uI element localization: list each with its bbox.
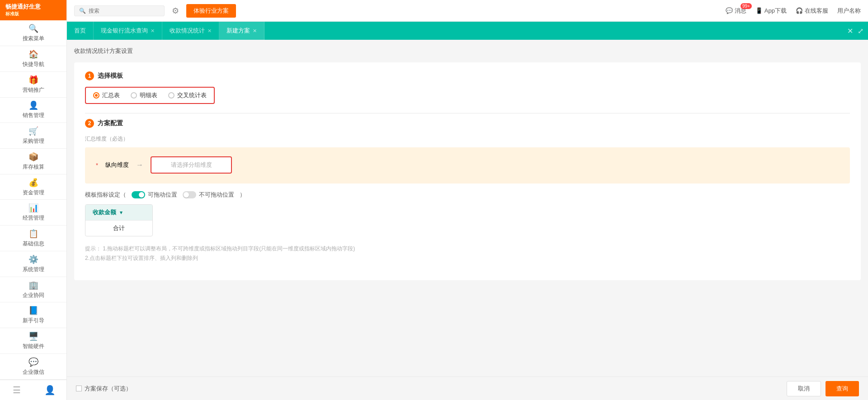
sidebar-item-wechat[interactable]: 💬 企业微信 (0, 354, 66, 380)
search-box[interactable]: 🔍 (74, 5, 165, 16)
page-content: 收款情况统计方案设置 1 选择模板 汇总表 (67, 40, 868, 376)
sidebar-expand-btn[interactable]: ☰ (0, 380, 33, 400)
quick-nav-icon: 🏠 (28, 49, 38, 59)
sidebar-item-hardware[interactable]: 🖥️ 智能硬件 (0, 328, 66, 354)
cancel-button[interactable]: 取消 (787, 381, 821, 396)
metrics-dropdown-arrow[interactable]: ▾ (120, 210, 123, 216)
search-input[interactable] (89, 8, 152, 14)
message-button[interactable]: 💬 消息 99+ (726, 7, 746, 15)
sidebar-item-sales[interactable]: 👤 销售管理 (0, 98, 66, 123)
sidebar-item-label: 系统管理 (23, 266, 44, 273)
tab-bank-flow-close[interactable]: ✕ (151, 28, 155, 34)
radio-cross-btn[interactable] (168, 92, 175, 99)
tab-receipt-stat-close[interactable]: ✕ (208, 28, 212, 34)
app-icon: 📱 (755, 7, 763, 14)
tab-expand-icon[interactable]: ⤢ (858, 27, 863, 35)
dimension-row: * 纵向维度 → 请选择分组维度 (96, 156, 839, 174)
sidebar-item-label: 营销推广 (23, 86, 44, 94)
service-label: 在线客服 (805, 7, 828, 15)
sidebar-user-icon[interactable]: 👤 (33, 380, 67, 400)
trial-button[interactable]: 体验行业方案 (186, 4, 236, 18)
user-info[interactable]: 用户名称 (837, 7, 861, 15)
sidebar-item-system[interactable]: ⚙️ 系统管理 (0, 251, 66, 277)
topbar: 🔍 ⚙ 体验行业方案 💬 消息 99+ 📱 App下载 🎧 在线客服 用户名称 (67, 0, 868, 22)
step1-num: 1 (85, 71, 94, 80)
sidebar-item-inventory[interactable]: 📦 库存核算 (0, 149, 66, 174)
drag-on-inner (139, 192, 144, 198)
tab-bank-flow-label: 现金银行流水查询 (101, 27, 148, 35)
marketing-icon: 🎁 (28, 75, 38, 85)
radio-detail-btn[interactable] (131, 92, 137, 99)
step2-section: 2 方案配置 汇总维度（必选） * 纵向维度 → (85, 119, 850, 262)
drag-off-indicator (183, 191, 196, 198)
metrics-config: 模板指标设定（ 可拖动位置 不可拖 (85, 191, 850, 238)
finance-icon: 💰 (28, 178, 38, 188)
sidebar-item-search-menu[interactable]: 🔍 搜索菜单 (0, 20, 66, 46)
tab-home[interactable]: 首页 (67, 22, 94, 40)
metrics-table: 收款金额 ▾ 合计 (85, 204, 153, 236)
tab-close-all-icon[interactable]: ✕ (847, 27, 853, 35)
hardware-icon: 🖥️ (28, 331, 38, 341)
radio-cross-label: 交叉统计表 (177, 91, 207, 99)
search-menu-icon: 🔍 (28, 24, 38, 33)
message-badge: 99+ (741, 3, 752, 9)
radio-cross[interactable]: 交叉统计表 (168, 91, 207, 99)
sidebar-logo: 畅捷通好生意 标准版 (0, 0, 66, 20)
radio-summary-btn[interactable] (93, 92, 99, 99)
sidebar-item-label: 资金管理 (23, 189, 44, 197)
sidebar-item-marketing[interactable]: 🎁 营销推广 (0, 72, 66, 98)
sidebar-item-finance[interactable]: 💰 资金管理 (0, 174, 66, 200)
system-icon: ⚙️ (28, 254, 38, 264)
sidebar-item-label: 新手引导 (23, 317, 44, 325)
search-icon: 🔍 (79, 8, 86, 14)
sidebar-item-label: 企业协同 (23, 292, 44, 299)
sidebar-item-label: 智能硬件 (23, 343, 44, 350)
dimension-row-label: 纵向维度 (105, 161, 129, 169)
sidebar-bottom: ☰ 👤 (0, 380, 66, 400)
online-service-button[interactable]: 🎧 在线客服 (796, 7, 828, 15)
dimension-label-text: 汇总维度（必选） (85, 136, 128, 142)
sidebar-item-basic-info[interactable]: 📋 基础信息 (0, 226, 66, 251)
tab-new-plan-close[interactable]: ✕ (253, 28, 257, 34)
dimension-select[interactable]: 请选择分组维度 (151, 156, 232, 174)
wechat-icon: 💬 (28, 357, 38, 367)
bottom-actions: 取消 查询 (787, 381, 859, 396)
radio-summary-label: 汇总表 (102, 91, 120, 99)
save-checkbox[interactable] (76, 386, 82, 391)
tip1: 提示： 1.拖动标题栏可以调整布局，不可跨维度或指标区域拖动列目字段(只能在同一… (85, 245, 850, 253)
tab-new-plan[interactable]: 新建方案 ✕ (219, 22, 264, 40)
topbar-right: 💬 消息 99+ 📱 App下载 🎧 在线客服 用户名称 (726, 7, 861, 15)
sidebar-item-guide[interactable]: 📘 新手引导 (0, 302, 66, 328)
tab-new-plan-label: 新建方案 (226, 27, 250, 35)
step1-title: 选择模板 (98, 72, 123, 80)
radio-detail[interactable]: 明细表 (131, 91, 157, 99)
app-download-button[interactable]: 📱 App下载 (755, 7, 787, 15)
breadcrumb: 收款情况统计方案设置 (74, 47, 861, 55)
sales-icon: 👤 (28, 100, 38, 110)
enterprise-icon: 🏢 (28, 280, 38, 290)
query-button[interactable]: 查询 (826, 381, 859, 396)
sidebar-item-label: 销售管理 (23, 112, 44, 119)
dimension-arrow: → (136, 161, 143, 169)
sidebar-item-purchase[interactable]: 🛒 采购管理 (0, 123, 66, 149)
sidebar-item-quick-nav[interactable]: 🏠 快捷导航 (0, 46, 66, 72)
tip2: 2.点击标题栏下拉可设置排序、插入列和删除列 (85, 254, 850, 262)
tab-receipt-stat[interactable]: 收款情况统计 ✕ (162, 22, 219, 40)
radio-summary[interactable]: 汇总表 (93, 91, 120, 99)
drag-on-label: 可拖动位置 (148, 191, 177, 199)
sidebar-item-label: 企业微信 (23, 368, 44, 376)
radio-detail-label: 明细表 (140, 91, 157, 99)
metrics-label-end: ） (240, 191, 245, 199)
settings-icon[interactable]: ⚙ (172, 6, 179, 16)
app-label: App下载 (764, 7, 787, 15)
tabs-actions: ✕ ⤢ (847, 22, 868, 40)
sidebar: 畅捷通好生意 标准版 🔍 搜索菜单 🏠 快捷导航 🎁 营销推广 👤 销售管理 🛒… (0, 0, 67, 400)
sidebar-item-enterprise[interactable]: 🏢 企业协同 (0, 277, 66, 303)
metrics-table-header: 收款金额 ▾ (85, 205, 152, 220)
step2-num: 2 (85, 119, 94, 128)
tab-bank-flow[interactable]: 现金银行流水查询 ✕ (94, 22, 162, 40)
sidebar-item-operation[interactable]: 📊 经营管理 (0, 200, 66, 226)
step2-title: 方案配置 (98, 119, 123, 127)
save-option: 方案保存（可选） (76, 385, 132, 393)
save-label: 方案保存（可选） (85, 385, 132, 393)
